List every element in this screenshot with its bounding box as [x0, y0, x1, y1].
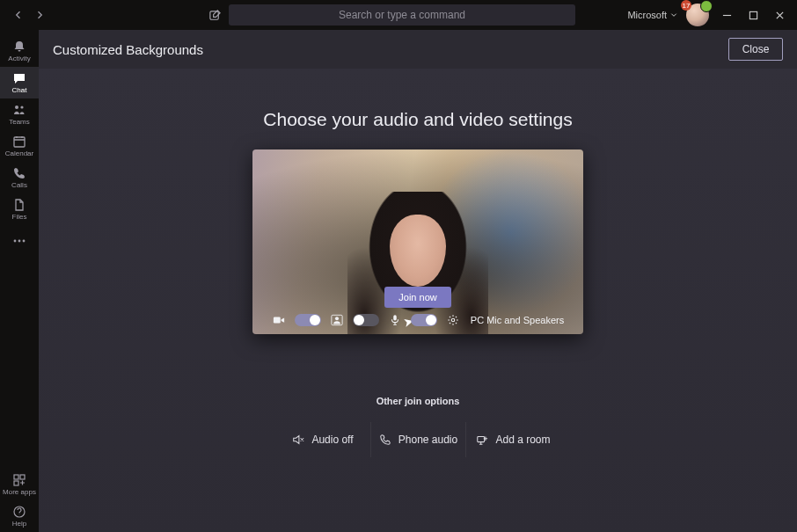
camera-icon [272, 313, 286, 327]
chevron-down-icon [670, 11, 677, 18]
page-header: Customized Backgrounds Close [39, 30, 797, 69]
rail-label: More apps [3, 489, 36, 496]
app-rail: Activity Chat Teams Calendar Calls Files… [0, 30, 39, 532]
rail-item-help[interactable]: Help [0, 500, 39, 532]
svg-rect-15 [393, 315, 397, 320]
phone-icon [12, 166, 26, 180]
calendar-icon [12, 135, 26, 149]
chevron-left-icon [13, 10, 24, 20]
svg-point-6 [18, 240, 21, 243]
compose-button[interactable] [206, 6, 223, 24]
main-content: Choose your audio and video settings Joi… [39, 69, 797, 532]
svg-rect-10 [14, 481, 18, 485]
close-window-button[interactable] [771, 6, 788, 24]
chevron-right-icon [34, 10, 45, 20]
rail-item-more[interactable] [0, 225, 39, 257]
background-effects-icon[interactable] [330, 313, 344, 327]
rail-item-activity[interactable]: Activity [0, 35, 39, 67]
option-label: Audio off [311, 434, 353, 446]
title-bar: Microsoft 17 [0, 0, 797, 30]
profile-menu[interactable]: 17 [686, 4, 709, 26]
svg-rect-8 [14, 475, 18, 479]
rail-label: Calendar [5, 150, 33, 157]
org-switcher[interactable]: Microsoft [627, 10, 677, 20]
nav-back-forward [11, 7, 48, 23]
apps-icon [12, 473, 26, 487]
blur-toggle[interactable] [353, 314, 379, 326]
notification-badge: 17 [681, 0, 691, 11]
rail-item-chat[interactable]: Chat [0, 67, 39, 98]
rail-label: Teams [9, 119, 30, 126]
video-preview: Join now ➤ PC Mic and Speakers [252, 149, 583, 334]
rail-label: Help [12, 521, 26, 528]
option-audio-off[interactable]: Audio off [275, 422, 370, 457]
rail-item-calls[interactable]: Calls [0, 162, 39, 193]
svg-point-7 [23, 240, 26, 243]
join-options: Audio off Phone audio Add a room [275, 422, 560, 457]
rail-label: Activity [8, 55, 30, 62]
minimize-button[interactable] [718, 6, 735, 24]
svg-point-13 [335, 317, 339, 320]
svg-rect-9 [20, 475, 25, 479]
rail-item-files[interactable]: Files [0, 193, 39, 225]
rail-label: Chat [12, 87, 27, 94]
microphone-icon [388, 313, 402, 327]
nav-forward-button[interactable] [32, 7, 48, 23]
device-settings-button[interactable] [446, 313, 460, 327]
minimize-icon [722, 11, 732, 20]
preview-controls: PC Mic and Speakers [252, 313, 583, 327]
maximize-icon [749, 11, 758, 20]
svg-rect-4 [14, 137, 25, 147]
close-icon [775, 11, 785, 20]
add-room-icon [476, 434, 488, 446]
camera-toggle[interactable] [295, 314, 321, 326]
search-input[interactable] [229, 9, 575, 21]
svg-rect-12 [274, 317, 281, 324]
join-now-button[interactable]: Join now [384, 287, 451, 308]
maximize-button[interactable] [744, 6, 762, 24]
option-label: Phone audio [398, 434, 457, 446]
phone-audio-icon [379, 434, 391, 446]
help-icon [12, 505, 26, 519]
nav-back-button[interactable] [11, 7, 26, 23]
svg-point-2 [15, 106, 18, 109]
option-phone-audio[interactable]: Phone audio [370, 422, 465, 457]
audio-off-icon [292, 434, 304, 446]
svg-point-3 [20, 106, 23, 108]
title-bar-right: Microsoft 17 [627, 4, 792, 26]
bell-icon [12, 40, 26, 54]
close-button[interactable]: Close [728, 38, 783, 61]
option-label: Add a room [495, 434, 550, 446]
svg-rect-17 [478, 437, 485, 442]
rail-item-calendar[interactable]: Calendar [0, 130, 39, 162]
page-title: Customized Backgrounds [53, 42, 203, 57]
other-join-options-heading: Other join options [377, 396, 460, 406]
microphone-toggle[interactable] [411, 314, 437, 326]
svg-point-16 [451, 318, 455, 322]
settings-heading: Choose your audio and video settings [263, 109, 572, 130]
device-label: PC Mic and Speakers [471, 315, 564, 325]
search-box[interactable] [229, 4, 575, 26]
rail-item-teams[interactable]: Teams [0, 98, 39, 130]
chat-icon [12, 71, 26, 85]
rail-item-more-apps[interactable]: More apps [0, 469, 39, 500]
svg-rect-1 [749, 11, 757, 18]
more-icon [12, 234, 26, 248]
org-label: Microsoft [627, 10, 667, 20]
svg-point-5 [14, 240, 17, 243]
compose-icon [208, 9, 222, 22]
files-icon [12, 198, 26, 212]
rail-label: Files [12, 214, 27, 221]
option-add-room[interactable]: Add a room [465, 422, 560, 457]
rail-label: Calls [11, 182, 27, 189]
teams-icon [12, 103, 26, 117]
